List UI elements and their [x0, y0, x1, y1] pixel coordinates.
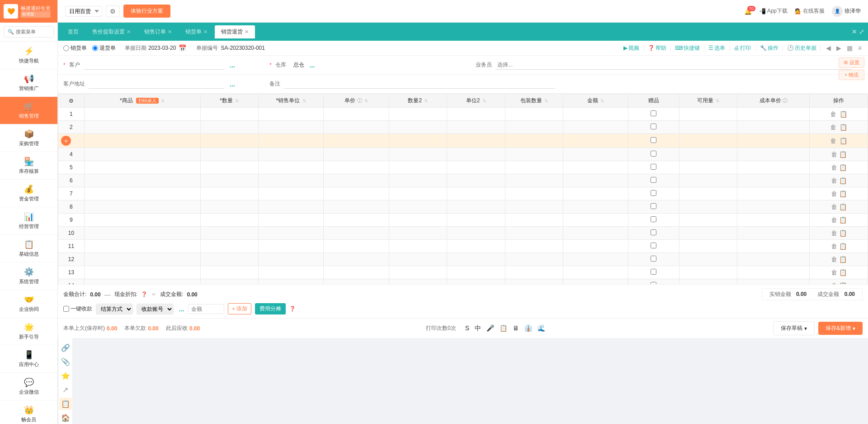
right-panel-star-btn[interactable]: ⭐: [59, 370, 72, 382]
save-new-btn[interactable]: 保存&新增 ▾: [818, 322, 863, 335]
copy-row-btn[interactable]: 📋: [838, 229, 848, 238]
right-panel-link-btn[interactable]: 🔗: [59, 342, 72, 354]
copy-row-btn[interactable]: 📋: [839, 136, 848, 145]
gift-cell[interactable]: [628, 121, 679, 134]
copy-row-btn[interactable]: 📋: [838, 255, 848, 264]
copy-row-btn[interactable]: 📋: [838, 202, 848, 211]
add-row-btn[interactable]: +: [61, 136, 71, 146]
cost-cell[interactable]: [737, 121, 810, 134]
one-key-checkbox[interactable]: [63, 306, 69, 312]
amount-cell[interactable]: [563, 121, 628, 134]
logistics-float-btn[interactable]: + 物流: [839, 70, 864, 80]
qty2-cell[interactable]: [389, 108, 447, 121]
sidebar-item-apps[interactable]: 📱 应用中心: [0, 345, 57, 373]
copy-row-btn[interactable]: 📋: [839, 123, 848, 132]
sidebar-item-guide[interactable]: 🌟 新手引导: [0, 318, 57, 345]
note-input[interactable]: [284, 79, 555, 89]
sidebar-item-member[interactable]: 👑 畅会员: [0, 400, 57, 424]
product-input-active[interactable]: [87, 138, 198, 144]
taskbar-icon-2[interactable]: 中: [473, 324, 483, 333]
online-service-button[interactable]: 💁 在线客服: [795, 7, 825, 15]
sidebar-search[interactable]: 🔍 搜索菜单: [0, 23, 57, 42]
user-info[interactable]: 👤 徐泽华: [832, 6, 861, 17]
avail-cell[interactable]: [679, 108, 737, 121]
sidebar-item-sales[interactable]: 🛒 销售管理: [0, 97, 57, 124]
delete-row-btn[interactable]: 🗑: [830, 215, 838, 224]
delete-row-btn[interactable]: 🗑: [830, 189, 838, 198]
right-panel-attachment-btn[interactable]: 📎: [59, 356, 72, 368]
unit-cell[interactable]: [258, 121, 323, 134]
copy-row-btn[interactable]: 📋: [838, 163, 848, 172]
tab-sale-price[interactable]: 售价提取设置 ✕: [86, 25, 137, 38]
address-input[interactable]: [89, 79, 224, 89]
settings-float-btn[interactable]: ⚙ 设置: [839, 57, 864, 68]
operate-link[interactable]: 🔧 操作: [760, 44, 778, 52]
pack-cell[interactable]: [505, 108, 563, 121]
notification-button[interactable]: 🔔 70: [744, 8, 752, 15]
copy-row-btn[interactable]: 📋: [838, 215, 848, 224]
sidebar-item-purchase[interactable]: 📦 采购管理: [0, 124, 57, 152]
history-link[interactable]: 🕐 历史单据: [787, 44, 816, 52]
video-link[interactable]: ▶ 视频: [623, 44, 639, 52]
one-key-payment-check[interactable]: 一键收款: [63, 305, 92, 313]
tab-home[interactable]: 首页: [61, 25, 85, 38]
price-cell[interactable]: [324, 121, 389, 134]
sidebar-item-marketing[interactable]: 📢 营销推广: [0, 69, 57, 97]
avail-cell[interactable]: [679, 134, 737, 148]
copy-row-btn[interactable]: 📋: [838, 281, 848, 284]
sale-radio[interactable]: 销货单: [63, 44, 87, 52]
return-radio[interactable]: 退货单: [92, 44, 116, 52]
copy-row-btn[interactable]: 📋: [838, 189, 848, 198]
gift-cell[interactable]: [628, 108, 679, 121]
avail-cell[interactable]: [679, 121, 737, 134]
gift-checkbox[interactable]: [651, 110, 656, 116]
sidebar-item-finance[interactable]: 💰 资金管理: [0, 180, 57, 207]
save-draft-btn[interactable]: 保存草稿 ▾: [773, 321, 815, 335]
unit2-cell[interactable]: [447, 108, 505, 121]
list-view-btn[interactable]: ≡: [857, 43, 863, 52]
customer-input[interactable]: [84, 60, 225, 70]
account-select[interactable]: 收款账号: [137, 304, 174, 314]
pack-cell[interactable]: [505, 134, 563, 148]
delete-row-btn[interactable]: 🗑: [830, 229, 838, 238]
sidebar-item-shortcuts[interactable]: ⚡ 快捷导航: [0, 42, 57, 69]
right-panel-extra-btn[interactable]: 🏠: [59, 412, 72, 424]
copy-row-btn[interactable]: 📋: [838, 150, 848, 159]
unit2-cell[interactable]: [447, 134, 505, 148]
qty-cell[interactable]: [200, 108, 258, 121]
copy-row-btn[interactable]: 📋: [839, 110, 848, 119]
sidebar-item-inventory[interactable]: 🏪 库存核算: [0, 152, 57, 180]
delete-row-btn[interactable]: 🗑: [830, 255, 838, 264]
salesperson-input[interactable]: [495, 60, 852, 70]
prev-record-btn[interactable]: ◀: [825, 43, 832, 52]
maximize-tab-button[interactable]: ⤢: [859, 28, 864, 35]
sidebar-item-system[interactable]: ⚙️ 系统管理: [0, 262, 57, 290]
topbar-gear-button[interactable]: ⚙: [106, 5, 120, 17]
price-cell[interactable]: [324, 108, 389, 121]
return-radio-input[interactable]: [92, 45, 98, 51]
delete-row-btn[interactable]: 🗑: [830, 268, 838, 277]
amount-input[interactable]: [188, 304, 224, 314]
address-dots-btn[interactable]: ...: [230, 81, 235, 88]
settlement-select[interactable]: 结算方式: [96, 304, 133, 314]
copy-row-btn[interactable]: 📋: [838, 268, 848, 277]
tab-close-icon[interactable]: ✕: [168, 29, 172, 34]
copy-row-btn[interactable]: 📋: [838, 176, 848, 185]
delete-row-btn[interactable]: 🗑: [830, 150, 838, 159]
fee-split-btn[interactable]: 费用分摊: [255, 303, 286, 314]
tab-close-icon[interactable]: ✕: [127, 29, 131, 34]
right-panel-share-btn[interactable]: ↗: [61, 384, 70, 396]
gift-checkbox[interactable]: [651, 137, 656, 143]
tab-sale-order[interactable]: 销售订单 ✕: [138, 25, 178, 38]
app-download-button[interactable]: 📲 App下载: [759, 7, 788, 15]
copy-row-btn[interactable]: 📋: [838, 242, 848, 251]
help-link[interactable]: ❓ 帮助: [648, 44, 666, 52]
qty2-cell[interactable]: [389, 121, 447, 134]
product-cell[interactable]: [84, 121, 200, 134]
delete-row-btn[interactable]: 🗑: [829, 110, 837, 119]
taskbar-icon-5[interactable]: 🖥: [511, 324, 521, 333]
qty2-cell[interactable]: [389, 134, 447, 148]
right-panel-copy-btn[interactable]: 📋: [59, 398, 72, 410]
taskbar-icon-6[interactable]: 👔: [523, 324, 534, 333]
price-cell[interactable]: [324, 134, 389, 148]
